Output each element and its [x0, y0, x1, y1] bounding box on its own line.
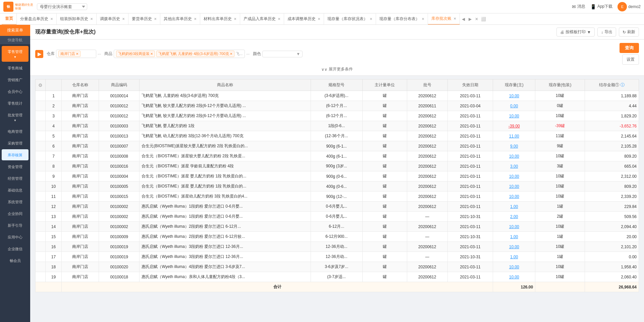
cell-batch-4: 20200612: [407, 131, 447, 141]
tab-product-in-history[interactable]: 产成品入库单历史 ✕: [240, 13, 284, 25]
cell-qty-main-18[interactable]: 10.00: [493, 272, 535, 282]
sidebar-item-finance[interactable]: 资金管理: [2, 161, 29, 172]
cell-qty-main-2[interactable]: 10.00: [493, 111, 535, 121]
sidebar-item-guide[interactable]: 新手引导: [2, 220, 29, 231]
tab-maximize[interactable]: ⬜: [480, 13, 487, 25]
cell-qty-main-14[interactable]: 1.00: [493, 232, 535, 242]
expand-more-button[interactable]: ∨∨ 展开更多条件: [35, 66, 639, 72]
cell-name-15: 惠氏启赋（Wyeth illuma）3段奶粉 爱尔兰进口 12-36月...: [140, 242, 311, 252]
sidebar-item-inventory[interactable]: 库存核算: [2, 149, 29, 160]
cell-qty-main-17[interactable]: 10.00: [493, 262, 535, 272]
tab-inventory-dist[interactable]: 现存量（库存分布表） ✕: [376, 13, 428, 25]
tab-inventory-status[interactable]: 现存量（库存状况表） ✕: [324, 13, 376, 25]
cell-settings-16: [36, 252, 46, 262]
sidebar-item-enterprise[interactable]: 企业协同: [2, 208, 29, 219]
breadcrumb-select[interactable]: 母婴行业演示账套: [37, 3, 87, 10]
tab-requisition-history[interactable]: 要货单历史 ✕: [128, 13, 160, 25]
sidebar-item-purchase[interactable]: 采购管理: [2, 138, 29, 149]
table-row: 19 南岸门店 00100018 惠氏启赋（Wyeth illuma）亲和人体儿…: [36, 272, 639, 282]
print-button[interactable]: 🖨 按模板打印 ▼: [556, 28, 595, 37]
tab-close-split-stock-history[interactable]: ✕: [50, 17, 53, 21]
tab-close-inventory-dist[interactable]: ✕: [422, 17, 424, 21]
cell-name-5: 合生元(BIOSTIME)派星较大婴儿配方奶粉 2段 乳铁蛋白的...: [140, 141, 311, 151]
message-button[interactable]: ✉ 消息: [572, 4, 585, 9]
cell-qty-main-9[interactable]: 10.00: [493, 181, 535, 192]
refresh-button[interactable]: ↻ 刷新: [619, 28, 639, 37]
product-tag-close-0[interactable]: ✕: [150, 52, 153, 56]
tab-close-inventory-status[interactable]: ✕: [370, 17, 372, 21]
cell-qty-main-11[interactable]: 1.00: [493, 202, 535, 212]
cell-batch-7: 20200612: [407, 161, 447, 171]
cell-unit-14: 罐: [362, 232, 407, 242]
tab-close-cost-adjust-history[interactable]: ✕: [318, 17, 320, 21]
color-dropdown-button[interactable]: ▼: [296, 52, 300, 56]
sidebar-item-operations[interactable]: 经营管理: [2, 173, 29, 184]
cell-qty-main-4[interactable]: 11.00: [493, 131, 535, 141]
warehouse-tag-container[interactable]: 南岸门店 ✕: [56, 50, 96, 58]
tab-nav-next[interactable]: ▶: [467, 13, 473, 25]
tab-material-out-history[interactable]: 材料出库单历史 ✕: [200, 13, 240, 25]
sidebar-item-apps[interactable]: 应用中心: [2, 231, 29, 243]
sidebar-item-wholesale[interactable]: 批发管理 ▼: [2, 109, 29, 125]
settings-icon[interactable]: ⚙: [38, 83, 43, 88]
sidebar-item-base[interactable]: 基础信息: [2, 184, 29, 196]
user-profile[interactable]: E demo2: [618, 2, 641, 11]
sidebar-quick-nav[interactable]: 快捷导航: [0, 36, 30, 44]
sidebar-item-wechat[interactable]: 企业微信: [2, 243, 29, 254]
tab-disassembly-history[interactable]: 组装拆卸单历史 ✕: [57, 13, 97, 25]
warehouse-tag-close-0[interactable]: ✕: [76, 52, 78, 56]
tab-close-product-in-history[interactable]: ✕: [278, 17, 280, 21]
sidebar-item-member2[interactable]: 畅会员: [2, 255, 29, 266]
sidebar-item-ecommerce[interactable]: 电商管理: [2, 126, 29, 137]
sidebar-item-system[interactable]: 系统管理: [2, 196, 29, 207]
sidebar-item-retail[interactable]: 零售管理 ▼: [2, 46, 29, 62]
filter-expand-button[interactable]: ▶: [35, 50, 43, 58]
cell-code-8: 00100004: [99, 171, 140, 181]
tab-home[interactable]: 首页: [2, 13, 17, 25]
cell-qty-main-16[interactable]: 1.00: [493, 252, 535, 262]
sidebar-item-retail-shop[interactable]: 零售商城: [2, 62, 29, 73]
th-settings[interactable]: ⚙: [36, 79, 46, 91]
cell-qty-main-5[interactable]: 9.00: [493, 141, 535, 151]
color-tag-container[interactable]: ▼: [262, 51, 303, 57]
tab-close-other-out-history[interactable]: ✕: [194, 17, 197, 21]
cell-qty-main-3[interactable]: -39.00: [493, 121, 535, 131]
cell-qty-main-13[interactable]: 10.00: [493, 222, 535, 232]
export-button[interactable]: ↓ 导出: [597, 28, 616, 37]
product-tag-container[interactable]: 飞鹤奶粉3段两提装 ✕ 飞鹤星飞帆 儿童奶粉 4段(3-6岁适用) 700克 ✕…: [114, 50, 245, 58]
tab-close-requisition-history[interactable]: ✕: [154, 17, 157, 21]
cell-batch-3: 20200612: [407, 121, 447, 131]
tab-close-disassembly-history[interactable]: ✕: [90, 17, 93, 21]
product-tag-close-1[interactable]: ✕: [230, 52, 232, 56]
cell-qty-main-6[interactable]: 10.00: [493, 151, 535, 161]
tab-close-mix-history[interactable]: ✕: [122, 17, 125, 21]
cell-qty-main-8[interactable]: 10.00: [493, 171, 535, 181]
cell-unit-3: 罐: [362, 121, 407, 131]
cell-qty-main-7[interactable]: 3.00: [493, 161, 535, 171]
tab-split-stock-history[interactable]: 分量盘点单历史 ✕: [17, 13, 57, 25]
tab-nav-prev[interactable]: ◀: [460, 13, 467, 25]
cell-qty-main-12[interactable]: 2.00: [493, 212, 535, 222]
tab-other-out-history[interactable]: 其他出库单历史 ✕: [160, 13, 200, 25]
app-download-button[interactable]: 📱 App下载: [590, 4, 612, 9]
cell-qty-main-0[interactable]: 10.00: [493, 91, 535, 101]
cell-code-16: 00100019: [99, 252, 140, 262]
sidebar-item-retail-stats[interactable]: 零售统计: [2, 98, 29, 109]
cell-balance-4: 2,145.64: [585, 131, 639, 141]
tab-close-batch-order[interactable]: ✕: [453, 17, 456, 20]
sidebar-search-button[interactable]: 搜索菜单: [0, 25, 30, 36]
query-button[interactable]: 查询: [620, 43, 639, 53]
tab-close-all[interactable]: ✕: [473, 13, 480, 25]
cell-batch-0: 20200612: [407, 91, 447, 101]
tab-batch-order[interactable]: 库存批次账 ✕: [428, 13, 460, 25]
cell-qty-main-1[interactable]: 0.00: [493, 101, 535, 111]
tab-cost-adjust-history[interactable]: 成本调整单历史 ✕: [284, 13, 324, 25]
sidebar-item-marketing[interactable]: 营销推广: [2, 74, 29, 85]
sidebar-item-member[interactable]: 会员中心: [2, 86, 29, 97]
logo-icon: 畅: [3, 2, 13, 12]
tab-mix-history[interactable]: 调拨单历史 ✕: [97, 13, 128, 25]
tab-close-material-out-history[interactable]: ✕: [234, 17, 236, 21]
cell-qty-main-15[interactable]: 10.00: [493, 242, 535, 252]
cell-qty-main-10[interactable]: 10.00: [493, 192, 535, 202]
settings-button[interactable]: 设置: [622, 54, 639, 65]
